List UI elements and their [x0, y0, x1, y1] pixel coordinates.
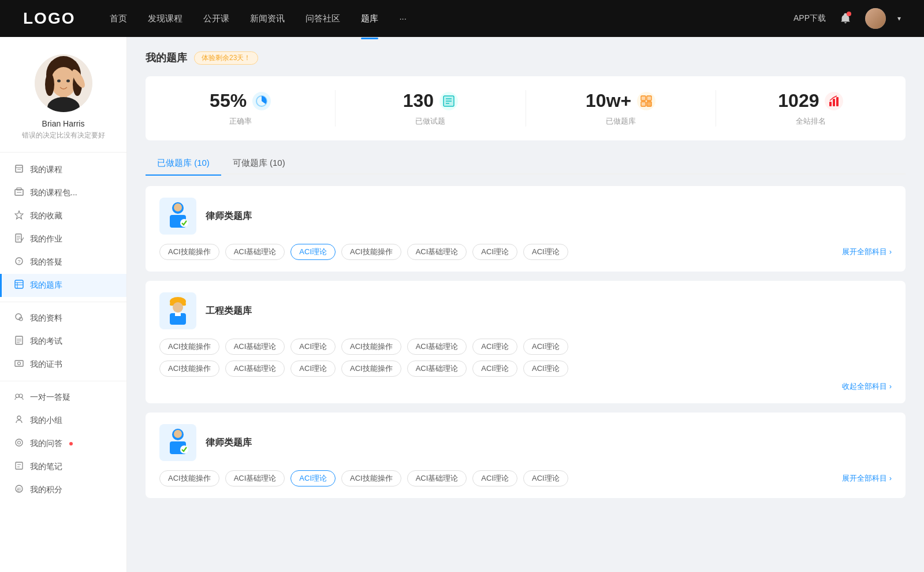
sidebar-item-homework[interactable]: 我的作业 [0, 228, 126, 251]
sidebar-label-points: 我的积分 [30, 485, 62, 495]
tab-available-banks[interactable]: 可做题库 (10) [221, 152, 297, 174]
user-avatar[interactable] [865, 8, 886, 29]
subject-tag[interactable]: ACI理论 [523, 339, 568, 355]
sidebar-item-package[interactable]: 我的课程包... [0, 181, 126, 205]
subject-tag[interactable]: ACI基础理论 [407, 244, 467, 260]
sidebar-item-favorites[interactable]: 我的收藏 [0, 205, 126, 228]
question-icon [14, 438, 24, 450]
avatar-image [865, 8, 886, 29]
sidebar-item-one2one[interactable]: 一对一答疑 [0, 386, 126, 409]
sidebar-item-material[interactable]: 我的资料 [0, 307, 126, 330]
qbank-card-2: 工程类题库 ACI技能操作 ACI基础理论 ACI理论 ACI技能操作 ACI基… [146, 281, 906, 403]
svg-rect-54 [647, 102, 651, 106]
subject-tag[interactable]: ACI技能操作 [159, 339, 219, 355]
sidebar-divider-1 [0, 302, 126, 302]
sidebar-item-group[interactable]: 我的小组 [0, 409, 126, 432]
engineer-figure-icon [164, 296, 192, 326]
svg-point-7 [57, 80, 61, 83]
profile-motto: 错误的决定比没有决定要好 [22, 131, 105, 140]
nav-open-course[interactable]: 公开课 [203, 11, 229, 27]
qbank-icon-lawyer-1 [159, 198, 196, 235]
svg-point-65 [174, 203, 182, 211]
subject-tag[interactable]: ACI基础理论 [407, 470, 467, 486]
subject-tag[interactable]: ACI基础理论 [225, 339, 285, 355]
sidebar-label-certificate: 我的证书 [30, 359, 62, 370]
material-icon [14, 313, 24, 324]
points-icon: 积 [14, 484, 24, 496]
sidebar-item-course[interactable]: 我的课程 [0, 158, 126, 181]
expand-link-3[interactable]: 展开全部科目 › [842, 473, 892, 484]
nav-discover[interactable]: 发现课程 [148, 11, 182, 27]
sidebar-item-certificate[interactable]: 我的证书 [0, 353, 126, 376]
sidebar-item-points[interactable]: 积 我的积分 [0, 478, 126, 502]
subject-tag[interactable]: ACI基础理论 [407, 339, 467, 355]
qbank-icon-lawyer-2 [159, 424, 196, 461]
stat-done-banks-value: 10w+ [586, 90, 631, 112]
subject-tag[interactable]: ACI技能操作 [159, 244, 219, 260]
subject-tag[interactable]: ACI理论 [290, 361, 336, 377]
subject-tag[interactable]: ACI技能操作 [341, 244, 401, 260]
subject-tag[interactable]: ACI技能操作 [341, 339, 401, 355]
sidebar-label-group: 我的小组 [30, 415, 62, 426]
svg-rect-70 [175, 313, 181, 316]
qa-icon: ? [14, 257, 24, 268]
sidebar-item-qbank[interactable]: 我的题库 [0, 274, 126, 297]
subject-tag[interactable]: ACI基础理论 [225, 361, 285, 377]
qbank-icon-engineer [159, 292, 196, 329]
subject-tag[interactable]: ACI理论 [472, 361, 517, 377]
qbank-card-3: 律师类题库 ACI技能操作 ACI基础理论 ACI理论 ACI技能操作 ACI基… [146, 413, 906, 498]
subject-tag[interactable]: ACI技能操作 [341, 361, 401, 377]
stat-done-questions-label: 已做试题 [415, 116, 445, 127]
rank-icon [825, 92, 843, 110]
user-menu-arrow[interactable]: ▾ [897, 14, 901, 23]
sidebar-item-question[interactable]: 我的问答 [0, 432, 126, 455]
nav-home[interactable]: 首页 [110, 11, 127, 27]
stat-accuracy-label: 正确率 [229, 116, 252, 127]
subject-tag[interactable]: ACI基础理论 [225, 470, 285, 486]
expand-link-1[interactable]: 展开全部科目 › [842, 247, 892, 257]
qbank-title-1: 律师类题库 [206, 210, 252, 222]
sidebar-label-question: 我的问答 [30, 439, 62, 449]
app-download-button[interactable]: APP下载 [793, 13, 826, 24]
svg-point-37 [17, 416, 21, 419]
subject-tag[interactable]: ACI基础理论 [407, 361, 467, 377]
subject-tag[interactable]: ACI理论 [523, 361, 568, 377]
nav-question-bank[interactable]: 题库 [361, 11, 378, 27]
tab-done-banks[interactable]: 已做题库 (10) [146, 152, 221, 174]
nav-more[interactable]: ··· [399, 11, 407, 27]
sidebar: Brian Harris 错误的决定比没有决定要好 我的课程 我的课程包... [0, 37, 127, 572]
stat-rank-label: 全站排名 [796, 116, 826, 127]
stat-done-questions: 130 已做试题 [336, 90, 526, 127]
sidebar-item-exam[interactable]: 我的考试 [0, 330, 126, 353]
subject-tag[interactable]: ACI理论 [472, 470, 517, 486]
subject-tag-active[interactable]: ACI理论 [290, 470, 336, 486]
subject-tag[interactable]: ACI技能操作 [341, 470, 401, 486]
sidebar-item-note[interactable]: 我的笔记 [0, 455, 126, 478]
collapse-link-2: 收起全部科目 › [159, 381, 892, 392]
subject-tag[interactable]: ACI理论 [523, 244, 568, 260]
nav-qa[interactable]: 问答社区 [305, 11, 340, 27]
collapse-button-2[interactable]: 收起全部科目 › [842, 381, 892, 392]
course-icon [14, 164, 24, 176]
main-layout: Brian Harris 错误的决定比没有决定要好 我的课程 我的课程包... [0, 37, 924, 572]
svg-rect-52 [647, 96, 651, 101]
subject-tag[interactable]: ACI基础理论 [225, 244, 285, 260]
svg-point-38 [16, 439, 23, 446]
trial-badge: 体验剩余23天！ [194, 51, 258, 65]
top-navigation: LOGO 首页 发现课程 公开课 新闻资讯 问答社区 题库 ··· APP下载 … [0, 0, 924, 37]
subject-tag[interactable]: ACI技能操作 [159, 470, 219, 486]
subject-tag[interactable]: ACI理论 [472, 339, 517, 355]
sidebar-item-qa[interactable]: ? 我的答疑 [0, 251, 126, 274]
subject-tag[interactable]: ACI理论 [290, 339, 336, 355]
subject-tag[interactable]: ACI理论 [523, 470, 568, 486]
accuracy-icon [252, 92, 271, 110]
nav-news[interactable]: 新闻资讯 [250, 11, 285, 27]
subject-tag-active[interactable]: ACI理论 [290, 244, 336, 260]
sidebar-label-qbank: 我的题库 [30, 280, 62, 291]
svg-rect-61 [836, 97, 839, 106]
package-icon [14, 187, 24, 199]
notification-bell[interactable] [837, 10, 854, 27]
subject-tag[interactable]: ACI理论 [472, 244, 517, 260]
sidebar-label-material: 我的资料 [30, 313, 62, 324]
subject-tag[interactable]: ACI技能操作 [159, 361, 219, 377]
